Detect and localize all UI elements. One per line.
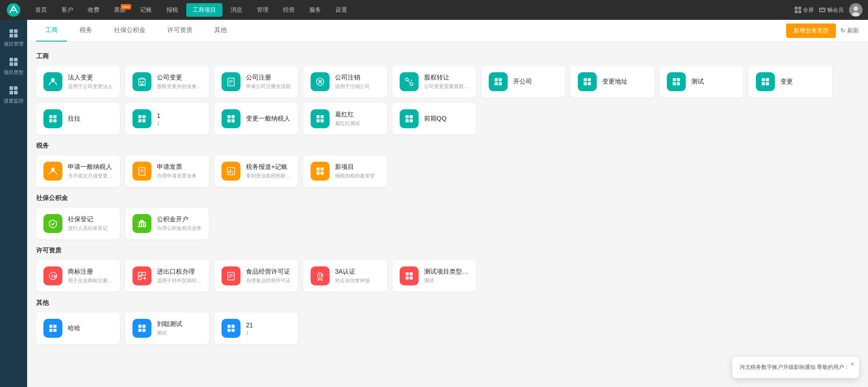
svg-rect-106 [49,325,52,328]
sidebar-label-project-manage: 项目管理 [4,41,24,47]
card-name-shebao-1: 公积金开户 [157,215,202,224]
nav-item-tax[interactable]: 报税 [160,3,184,17]
svg-rect-56 [53,119,57,122]
card-shuiwu-2[interactable]: 税务报道+记账 拿到营业执照的新公司 [214,155,298,187]
card-gongshang-4[interactable]: 股权转让 公司变更需要股权转让 [392,66,476,98]
card-gongshang-11[interactable]: 变更一般纳税人 [214,103,298,135]
refresh-button[interactable]: ↻ 刷新 [840,27,859,35]
card-gongshang-5[interactable]: 开公司 [481,66,565,98]
svg-rect-37 [495,78,498,81]
card-xuke-4[interactable]: 测试项目类型自定义 测试 [392,260,476,292]
card-shebao-0[interactable]: 社保登记 进行人员社保登记 [36,208,120,239]
card-shuiwu-3[interactable]: 新项目 报税加税控盘保管 [303,155,387,187]
card-xuke-2[interactable]: 食品经营许可证 办理食品经营许可证 [214,260,298,292]
card-gongshang-9[interactable]: 拉拉 [36,103,120,135]
new-type-button[interactable]: 新增业务类型 [786,23,836,38]
svg-rect-85 [139,223,140,226]
card-shebao-1[interactable]: 公积金开户 办理公积金相关业务 [125,208,209,239]
sub-tab-xuke[interactable]: 许可资质 [158,20,202,42]
nav-item-ticket[interactable]: 票据new [108,3,132,17]
svg-rect-65 [316,115,320,118]
card-gongshang-1[interactable]: 公司变更 股权变更外的业务变更 [125,66,209,98]
svg-rect-68 [321,119,324,122]
card-icon-gongshang-9 [43,109,62,128]
nav-item-operation[interactable]: 经营 [277,3,301,17]
card-other-1[interactable]: 刘聪测试 测试 [125,312,209,344]
card-info-gongshang-5: 开公司 [513,78,558,86]
progress-icon [8,85,19,96]
card-name-gongshang-0: 法人变更 [68,74,113,82]
section-shebao: 社保公积金 社保登记 进行人员社保登记 公积金开户 办理公积金相关业务 [36,194,859,239]
sub-tab-gongshang[interactable]: 工商 [36,20,67,42]
card-xuke-0[interactable]: TM 商标注册 用于企业商标注册服务 [36,260,120,292]
main-content: 工商税务社保公积金许可资质其他 新增业务类型 ↻ 刷新 工商 法人变更 适用于公… [27,20,868,387]
card-xuke-1[interactable]: 进出口权办理 适用于对外贸易经营者 [125,260,209,292]
card-info-gongshang-8: 变更 [780,78,825,86]
card-gongshang-8[interactable]: 变更 [749,66,832,98]
card-desc-xuke-1: 适用于对外贸易经营者 [157,277,202,284]
card-name-gongshang-12: 葛红红 [335,111,380,119]
fullscreen-label: 全屏 [803,6,814,14]
card-other-0[interactable]: 哈哈 [36,312,120,344]
svg-rect-14 [14,58,18,61]
nav-item-accounting[interactable]: 记账 [134,3,158,17]
vip-button[interactable]: 畅会员 [819,6,844,14]
card-desc-xuke-2: 办理食品经营许可证 [246,277,291,284]
card-gongshang-12[interactable]: 葛红红 葛红红测试 [303,103,387,135]
card-shuiwu-1[interactable]: 申请发票 办理申请发票业务 [125,155,209,187]
card-gongshang-3[interactable]: 公司注销 适用于注销公司 [303,66,387,98]
nav-item-service[interactable]: 服务 [303,3,327,17]
card-info-gongshang-1: 公司变更 股权变更外的业务变更 [157,74,202,90]
card-icon-gongshang-0 [43,72,62,91]
card-info-other-2: 21 1 [246,322,291,336]
nav-item-customer[interactable]: 客户 [55,3,80,17]
card-shuiwu-0[interactable]: 申请一般纳税人 当月或次月成变更完成 [36,155,120,187]
sub-tabs: 工商税务社保公积金许可资质其他 新增业务类型 ↻ 刷新 [27,20,868,42]
card-info-gongshang-4: 股权转让 公司变更需要股权转让 [424,74,469,90]
avatar[interactable] [849,3,863,17]
sidebar-item-project-manage[interactable]: 项目管理 [0,23,27,52]
card-gongshang-13[interactable]: 前期QQ [392,103,476,135]
logo[interactable] [5,2,22,18]
card-gongshang-0[interactable]: 法人变更 适用于公司变更法人 [36,66,120,98]
card-gongshang-2[interactable]: 公司注册 申请公司注册全流程 [214,66,298,98]
card-icon-xuke-0: TM [43,266,62,285]
card-gongshang-6[interactable]: 变更地址 [571,66,654,98]
card-gongshang-7[interactable]: 测试 [660,66,743,98]
sub-tab-shebao[interactable]: 社保公积金 [105,20,155,42]
svg-rect-84 [321,172,324,175]
card-gongshang-10[interactable]: 1 1 [125,103,209,135]
svg-rect-53 [49,115,52,118]
card-desc-gongshang-0: 适用于公司变更法人 [68,83,113,90]
svg-rect-115 [231,325,235,328]
card-icon-other-2 [222,319,241,338]
svg-rect-19 [9,91,13,94]
card-other-2[interactable]: 21 1 [214,312,298,344]
sub-tab-shuiwu[interactable]: 税务 [71,20,101,42]
svg-rect-116 [227,329,231,332]
sub-tab-other[interactable]: 其他 [205,20,236,42]
nav-item-settings[interactable]: 设置 [329,3,354,17]
svg-text:3A: 3A [319,274,323,277]
card-icon-other-0 [43,319,62,338]
card-info-shuiwu-0: 申请一般纳税人 当月或次月成变更完成 [68,163,113,179]
card-icon-gongshang-1 [132,72,151,91]
card-info-shuiwu-1: 申请发票 办理申请发票业务 [157,163,202,179]
card-xuke-3[interactable]: 3A 3A认证 对企业信誉评级 [303,260,387,292]
svg-rect-23 [140,81,142,83]
nav-item-fee[interactable]: 收费 [81,3,106,17]
nav-item-business[interactable]: 工商项目 [186,3,222,17]
sidebar-item-progress[interactable]: 进度监控 [0,80,27,109]
nav-item-home[interactable]: 首页 [29,3,53,17]
card-name-gongshang-11: 变更一般纳税人 [246,115,291,123]
nav-item-manage[interactable]: 管理 [250,3,275,17]
fullscreen-button[interactable]: 全屏 [795,6,814,14]
svg-rect-50 [766,78,769,81]
sidebar-item-project-type[interactable]: 项目类型 [0,52,27,80]
nav-item-message[interactable]: 消息 [224,3,249,17]
svg-rect-107 [53,325,57,328]
notification-close-button[interactable]: × [850,360,854,368]
svg-rect-108 [49,329,52,332]
svg-rect-54 [53,115,57,118]
card-info-xuke-2: 食品经营许可证 办理食品经营许可证 [246,268,291,284]
